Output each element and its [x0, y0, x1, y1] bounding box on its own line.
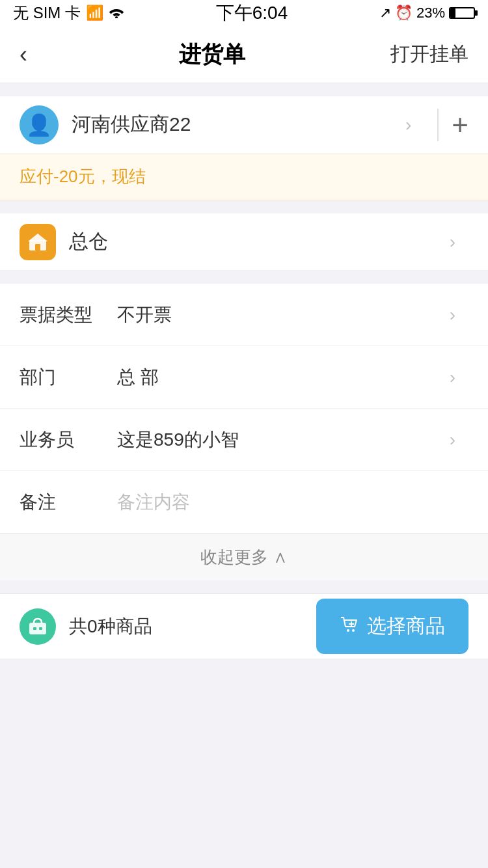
svg-rect-3: [35, 244, 40, 251]
product-count-icon: [20, 608, 56, 645]
divider-2: [0, 271, 488, 284]
alarm-icon: ⏰: [395, 5, 413, 21]
department-value: 总 部: [117, 365, 450, 390]
product-count-text: 共0种商品: [69, 614, 316, 639]
svg-point-7: [347, 629, 349, 632]
status-right: ↗ ⏰ 23%: [379, 5, 475, 21]
cart-icon: [340, 616, 359, 638]
invoice-type-value: 不开票: [117, 303, 450, 327]
nav-bar: ‹ 进货单 打开挂单: [0, 26, 488, 83]
status-left: 无 SIM 卡 📶: [13, 3, 124, 23]
warehouse-row[interactable]: 总仓 ›: [0, 213, 488, 271]
status-time: 下午6:04: [216, 1, 288, 25]
carrier-text: 无 SIM 卡: [13, 3, 81, 23]
gray-area: [0, 658, 488, 854]
status-bar: 无 SIM 卡 📶 下午6:04 ↗ ⏰ 23%: [0, 0, 488, 26]
notice-bar: 应付-20元，现结: [0, 154, 488, 200]
avatar: 👤: [20, 105, 59, 144]
battery-percent: 23%: [416, 5, 445, 21]
bottom-bar: 共0种商品 选择商品: [0, 593, 488, 658]
chevron-right-icon: ›: [405, 115, 411, 135]
page-title: 进货单: [179, 40, 245, 70]
form-section: 票据类型 不开票 › 部门 总 部 › 业务员 这是859的小智 › 备注 备注…: [0, 284, 488, 580]
supplier-name: 河南供应商22: [72, 111, 405, 138]
svg-point-0: [115, 16, 118, 18]
collapse-button[interactable]: 收起更多 ∧: [0, 534, 488, 580]
chevron-right-icon: ›: [450, 367, 455, 388]
warehouse-section: 总仓 ›: [0, 213, 488, 271]
chevron-right-icon: ›: [450, 232, 455, 252]
chevron-right-icon: ›: [450, 429, 455, 450]
collapse-label: 收起更多 ∧: [200, 546, 287, 569]
battery-icon: [449, 7, 475, 19]
salesperson-value: 这是859的小智: [117, 427, 450, 452]
svg-marker-2: [28, 234, 47, 241]
department-label: 部门: [20, 365, 104, 390]
remark-placeholder: 备注内容: [117, 490, 468, 515]
salesperson-label: 业务员: [20, 427, 104, 452]
chevron-right-icon: ›: [450, 305, 455, 325]
remark-label: 备注: [20, 490, 104, 515]
warehouse-icon: [20, 224, 56, 260]
location-icon: ↗: [379, 5, 391, 21]
remark-row[interactable]: 备注 备注内容: [0, 471, 488, 534]
supplier-row[interactable]: 👤 河南供应商22 › +: [0, 96, 488, 154]
divider-3: [0, 580, 488, 593]
wifi-icon: 📶: [86, 5, 103, 21]
department-row[interactable]: 部门 总 部 ›: [0, 346, 488, 409]
back-button[interactable]: ‹: [13, 34, 34, 75]
select-product-button[interactable]: 选择商品: [316, 599, 468, 654]
invoice-type-row[interactable]: 票据类型 不开票 ›: [0, 284, 488, 346]
top-divider: [0, 83, 488, 96]
svg-rect-5: [33, 627, 36, 630]
avatar-icon: 👤: [26, 113, 52, 137]
select-product-label: 选择商品: [367, 613, 445, 640]
add-supplier-button[interactable]: +: [452, 109, 468, 141]
open-pending-button[interactable]: 打开挂单: [390, 41, 468, 68]
wifi-signal: [109, 4, 124, 22]
vertical-divider: [437, 109, 439, 141]
svg-rect-6: [39, 627, 42, 630]
invoice-type-label: 票据类型: [20, 303, 104, 327]
warehouse-name: 总仓: [69, 228, 450, 255]
svg-rect-4: [29, 623, 46, 634]
salesperson-row[interactable]: 业务员 这是859的小智 ›: [0, 409, 488, 471]
divider-1: [0, 200, 488, 213]
supplier-section: 👤 河南供应商22 › + 应付-20元，现结: [0, 96, 488, 200]
notice-text: 应付-20元，现结: [20, 167, 146, 186]
svg-point-8: [352, 629, 355, 632]
